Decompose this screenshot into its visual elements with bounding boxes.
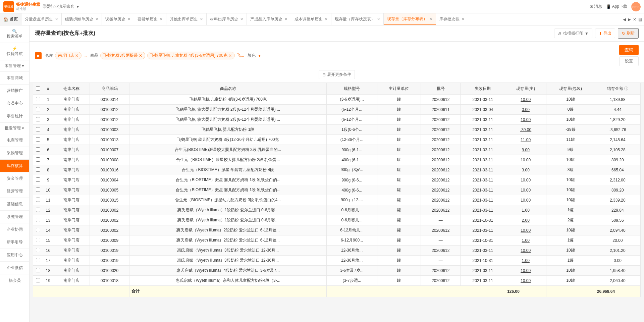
row-checkbox[interactable] bbox=[33, 205, 43, 215]
sidebar-item-retail-mgmt[interactable]: 零售管理 ▼ bbox=[0, 60, 29, 72]
close-icon[interactable]: ✕ bbox=[160, 17, 163, 21]
sidebar-item-business-mgmt[interactable]: 经营管理 bbox=[0, 185, 29, 198]
row-checkbox[interactable] bbox=[33, 235, 43, 246]
row-qty-main[interactable]: 11.00 bbox=[505, 135, 546, 145]
goods-tag-1[interactable]: 飞鹤奶粉3段两提装 ✕ bbox=[100, 52, 145, 59]
sidebar-item-new-guide[interactable]: 新手引导 bbox=[0, 236, 29, 249]
close-icon[interactable]: ✕ bbox=[200, 17, 203, 21]
row-qty-main[interactable]: 10.00 bbox=[505, 115, 546, 125]
sidebar-item-retail-mall[interactable]: 零售商城 bbox=[0, 72, 29, 85]
row-qty-main[interactable]: 10.00 bbox=[505, 175, 546, 185]
color-dropdown[interactable]: ▼ bbox=[258, 53, 262, 58]
row-qty-main[interactable]: 0.00 bbox=[505, 105, 546, 115]
close-icon[interactable]: ✕ bbox=[325, 17, 328, 21]
close-icon[interactable]: ✕ bbox=[127, 17, 130, 21]
row-qty-main[interactable]: 3.00 bbox=[505, 165, 546, 175]
tab-inventory-status[interactable]: 现存量（库存状况表） ✕ bbox=[331, 13, 384, 25]
tab-inventory-dist[interactable]: 现存量（库存分布表） ✕ bbox=[384, 13, 436, 25]
row-qty-main[interactable]: 10.00 bbox=[505, 246, 546, 256]
sidebar-item-app-center[interactable]: 应用中心 bbox=[0, 249, 29, 262]
close-icon[interactable]: ✕ bbox=[284, 17, 287, 21]
filter-expand-btn[interactable]: ▶ bbox=[35, 52, 42, 59]
sidebar-item-system-mgmt[interactable]: 系统管理 bbox=[0, 211, 29, 223]
sidebar-item-search[interactable]: 🔍 搜索英单 bbox=[0, 25, 29, 43]
row-checkbox[interactable] bbox=[33, 155, 43, 165]
goods-more[interactable]: 飞... bbox=[237, 53, 244, 58]
tab-batch-voucher[interactable]: 库存批次账 ✕ bbox=[436, 13, 468, 25]
close-icon[interactable]: ✕ bbox=[377, 17, 380, 21]
tab-menu-btn[interactable]: ▤ bbox=[638, 16, 643, 22]
warehouse-more[interactable]: ... bbox=[84, 53, 87, 58]
row-qty-main[interactable]: 9.00 bbox=[505, 145, 546, 155]
close-icon[interactable]: ✕ bbox=[55, 17, 58, 21]
row-qty-main[interactable]: -39.00 bbox=[505, 125, 546, 135]
settings-button[interactable]: 设置 bbox=[619, 56, 639, 66]
row-qty-main[interactable]: 10.00 bbox=[505, 225, 546, 235]
sidebar-item-enterprise-wechat[interactable]: 企业微信 bbox=[0, 262, 29, 274]
row-checkbox[interactable] bbox=[33, 135, 43, 145]
sidebar-item-purchase-mgmt[interactable]: 采购管理 bbox=[0, 147, 29, 160]
close-icon[interactable]: ✕ bbox=[240, 17, 243, 21]
row-qty-main[interactable]: 10.00 bbox=[505, 276, 546, 286]
row-checkbox[interactable] bbox=[33, 105, 43, 115]
tab-prev-btn[interactable]: ◀ bbox=[622, 16, 627, 22]
sidebar-item-basic-info[interactable]: 基础信息 bbox=[0, 198, 29, 211]
app-download-btn[interactable]: 📱 App下载 bbox=[606, 4, 627, 9]
select-all-checkbox[interactable] bbox=[36, 86, 40, 91]
sidebar-item-enterprise-collab[interactable]: 企业协同 bbox=[0, 223, 29, 236]
message-btn[interactable]: ✉ 消息 bbox=[590, 4, 602, 9]
row-checkbox[interactable] bbox=[33, 165, 43, 175]
sidebar-item-member-center[interactable]: 会员中心 bbox=[0, 97, 29, 110]
row-qty-main[interactable]: 1.00 bbox=[505, 235, 546, 246]
row-qty-main[interactable]: 1.00 bbox=[505, 256, 546, 266]
export-button[interactable]: ⬇ 导出 bbox=[595, 29, 615, 38]
tab-zu-chai[interactable]: 组装拆卸单历史 ✕ bbox=[62, 13, 102, 25]
sidebar-item-ecommerce-mgmt[interactable]: 电商管理 bbox=[0, 134, 29, 147]
search-button[interactable]: 查询 bbox=[619, 45, 639, 55]
balance-info-icon[interactable]: ⓘ bbox=[624, 86, 628, 91]
tab-diao-bo[interactable]: 调拨单历史 ✕ bbox=[102, 13, 134, 25]
row-checkbox[interactable] bbox=[33, 256, 43, 266]
print-button[interactable]: 🖨 按模板打印 ▼ bbox=[554, 29, 592, 38]
tab-next-btn[interactable]: ▶ bbox=[627, 16, 632, 22]
user-avatar[interactable]: demo2 bbox=[631, 2, 641, 11]
row-checkbox[interactable] bbox=[33, 115, 43, 125]
close-icon[interactable]: ✕ bbox=[462, 17, 465, 21]
close-icon[interactable]: ✕ bbox=[95, 17, 98, 21]
row-qty-main[interactable]: 10.00 bbox=[505, 195, 546, 205]
row-checkbox[interactable] bbox=[33, 95, 43, 105]
sidebar-item-vip-member[interactable]: 畅会员 bbox=[0, 274, 29, 287]
expand-more-btn[interactable]: ⊞ 展开更多条件 bbox=[319, 70, 355, 79]
sidebar-item-retail-stats[interactable]: 零售统计 bbox=[0, 110, 29, 123]
row-checkbox[interactable] bbox=[33, 175, 43, 185]
tab-material-out[interactable]: 材料出库单历史 ✕ bbox=[207, 13, 247, 25]
row-qty-main[interactable]: 10.00 bbox=[505, 155, 546, 165]
row-checkbox[interactable] bbox=[33, 195, 43, 205]
row-checkbox[interactable] bbox=[33, 225, 43, 235]
row-qty-main[interactable]: 2.00 bbox=[505, 215, 546, 225]
row-checkbox[interactable] bbox=[33, 276, 43, 286]
warehouse-tag[interactable]: 南岸门店 ✕ bbox=[55, 52, 82, 59]
sidebar-item-inventory-check[interactable]: 库存核算 bbox=[0, 160, 29, 172]
refresh-button[interactable]: ↻ 刷新 bbox=[618, 28, 639, 39]
tab-cost-adjust[interactable]: 成本调整单历史 ✕ bbox=[291, 13, 331, 25]
row-qty-main[interactable]: 1.00 bbox=[505, 205, 546, 215]
sidebar-item-quick-nav[interactable]: ⚡ 快捷导航 bbox=[0, 43, 29, 60]
sidebar-item-finance-mgmt[interactable]: 资金管理 bbox=[0, 172, 29, 185]
tab-other-out[interactable]: 其他出库单历史 ✕ bbox=[166, 13, 207, 25]
row-checkbox[interactable] bbox=[33, 145, 43, 155]
row-checkbox[interactable] bbox=[33, 246, 43, 256]
row-checkbox[interactable] bbox=[33, 125, 43, 135]
tab-home[interactable]: 🏠 首页 bbox=[0, 13, 21, 25]
close-icon[interactable]: ✕ bbox=[429, 17, 432, 21]
sidebar-item-wholesale-mgmt[interactable]: 批发管理 ▼ bbox=[0, 123, 29, 134]
row-qty-main[interactable]: 10.00 bbox=[505, 185, 546, 195]
tab-yao-huo[interactable]: 要货单历史 ✕ bbox=[134, 13, 166, 25]
account-dropdown[interactable]: 母婴行业演示账套 ▼ bbox=[42, 4, 80, 9]
tab-close-btn[interactable]: ✕ bbox=[632, 16, 637, 22]
row-checkbox[interactable] bbox=[33, 185, 43, 195]
row-qty-main[interactable]: 10.00 bbox=[505, 95, 546, 105]
row-checkbox[interactable] bbox=[33, 266, 43, 276]
sidebar-item-marketing[interactable]: 营销推广 bbox=[0, 85, 29, 97]
goods-tag-2[interactable]: 飞鹤星飞帆 儿童奶粉 4段(3-6岁适用) 700克 ✕ bbox=[147, 52, 235, 59]
